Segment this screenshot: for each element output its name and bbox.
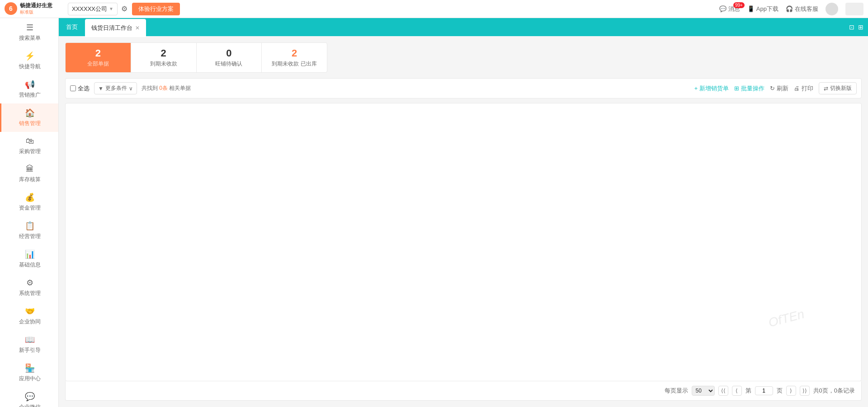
tab-workbench[interactable]: 钱货日清工作台 ✕ [85,19,146,37]
print-button[interactable]: 🖨 打印 [794,84,813,93]
operations-icon: 📋 [25,221,35,231]
stats-num-all: 2 [72,47,124,59]
service-icon: 🎧 [786,5,793,12]
sidebar-item-marketing[interactable]: 📢 营销推广 [0,75,58,103]
sidebar-label-quicknav: 快捷导航 [19,63,41,70]
sidebar-item-purchase[interactable]: 🛍 采购管理 [0,132,58,160]
stats-tab-overdue[interactable]: 2 到期未收款 [131,43,197,72]
user-name-area[interactable] [845,3,863,15]
stats-num-shipped: 2 [268,47,321,59]
tab-close-icon[interactable]: ✕ [135,25,140,31]
online-service-button[interactable]: 🎧 在线客服 [786,5,818,13]
app-download-button[interactable]: 📱 App下载 [747,5,778,13]
sales-icon: 🏠 [25,108,35,118]
main-layout: ☰ 搜索菜单 ⚡ 快捷导航 📢 营销推广 🏠 销售管理 🛍 采购管理 🏛 库存核… [0,18,868,407]
table-area [65,103,862,381]
switch-new-version-button[interactable]: ⇄ 切换新版 [819,82,857,94]
sidebar-item-search[interactable]: ☰ 搜索菜单 [0,18,58,47]
stats-tab-wangpu[interactable]: 0 旺铺待确认 [197,43,262,72]
sidebar-label-sales: 销售管理 [19,120,41,127]
wechat-icon: 💬 [25,392,35,402]
filter-label: 更多条件 [105,84,127,92]
stats-num-wangpu: 0 [203,47,255,59]
sidebar-label-basicinfo: 基础信息 [19,261,41,269]
app-download-label: App下载 [756,5,778,13]
stats-label-wangpu: 旺铺待确认 [203,60,255,68]
finance-icon: 💰 [25,192,35,202]
select-all-checkbox[interactable] [70,85,76,91]
page-number-input[interactable] [755,386,773,395]
sidebar-item-basicinfo[interactable]: 📊 基础信息 [0,245,58,273]
sidebar-label-wechat: 企业微信 [19,403,41,407]
total-records: 共0页，0条记录 [813,387,855,395]
enterprise-icon: 🤝 [25,306,35,316]
sidebar-item-guide[interactable]: 📖 新手引导 [0,330,58,359]
page-next-button[interactable]: ⟩ [786,386,796,396]
stats-tabs: 2 全部单据 2 到期未收款 0 旺铺待确认 2 到期未收款 已出库 [65,42,327,73]
sidebar-item-appcenter[interactable]: 🏪 应用中心 [0,359,58,387]
toolbar: 全选 ▼ 更多条件 ∨ 共找到 0条 相关单据 + 新增销货单 ⊞ 批量操作 [65,78,862,98]
dropdown-arrow-icon: ▼ [109,6,113,11]
refresh-icon: ↻ [770,85,775,92]
sidebar-item-wechat[interactable]: 💬 企业微信 [0,387,58,407]
tab-workbench-label: 钱货日清工作台 [91,24,132,32]
stats-tab-all[interactable]: 2 全部单据 [66,43,131,72]
page-first-button[interactable]: ⟨⟨ [718,386,728,396]
search-menu-icon: ☰ [26,23,33,33]
sidebar-item-sales[interactable]: 🏠 销售管理 [0,103,58,132]
appcenter-icon: 🏪 [25,363,35,373]
company-name: XXXXXX公司 [72,5,107,13]
avatar[interactable] [826,3,838,15]
filter-button[interactable]: ▼ 更多条件 ∨ [94,82,137,94]
logo-sub: 标准版 [20,9,52,15]
tab-home-label: 首页 [66,23,78,31]
stats-label-overdue: 到期未收款 [137,60,190,68]
company-selector[interactable]: XXXXXX公司 ▼ [68,3,118,15]
sidebar-label-finance: 资金管理 [19,204,41,212]
sidebar-label-search: 搜索菜单 [19,34,41,42]
sidebar-label-system: 系统管理 [19,290,41,297]
messages-badge: 99+ [733,2,745,8]
logo-title: 畅捷通好生意 [20,2,52,9]
tab-bar: 首页 钱货日清工作台 ✕ ⊡ ⊞ [59,18,868,36]
tab-home[interactable]: 首页 [59,18,85,36]
select-all-checkbox-area[interactable]: 全选 [70,84,90,93]
logo-icon: 6 [5,2,17,15]
per-page-select[interactable]: 50 100 200 [692,386,715,396]
sidebar-label-marketing: 营销推广 [19,91,41,99]
toolbar-right: + 新增销货单 ⊞ 批量操作 ↻ 刷新 🖨 打印 ⇄ [694,82,857,94]
sidebar-item-quicknav[interactable]: ⚡ 快捷导航 [0,47,58,75]
online-service-label: 在线客服 [795,5,818,13]
batch-operation-button[interactable]: ⊞ 批量操作 [734,84,764,93]
sidebar-label-enterprise: 企业协同 [19,318,41,326]
page-suffix: 页 [777,387,783,395]
message-icon: 💬 [719,5,726,12]
refresh-button[interactable]: ↻ 刷新 [770,84,788,93]
page-label: 第 [745,387,751,395]
guide-icon: 📖 [25,335,35,345]
sidebar-label-inventory: 库存核算 [19,176,41,183]
settings-icon[interactable]: ⚙ [121,5,127,13]
inventory-icon: 🏛 [26,164,34,174]
found-text: 共找到 0条 相关单据 [142,84,191,92]
tab-maximize-icon[interactable]: ⊞ [858,23,863,31]
batch-icon: ⊞ [734,85,739,92]
top-right-actions: 💬 消息 99+ 📱 App下载 🎧 在线客服 [719,3,863,15]
logo-area: 6 畅捷通好生意 标准版 [5,2,63,15]
basicinfo-icon: 📊 [25,249,35,259]
add-sales-order-button[interactable]: + 新增销货单 [694,84,729,93]
sidebar-item-inventory[interactable]: 🏛 库存核算 [0,160,58,188]
sidebar-item-operations[interactable]: 📋 经营管理 [0,216,58,245]
sidebar-item-system[interactable]: ⚙ 系统管理 [0,273,58,302]
tab-minimize-icon[interactable]: ⊡ [849,23,854,31]
sidebar-item-enterprise[interactable]: 🤝 企业协同 [0,302,58,330]
sidebar-item-finance[interactable]: 💰 资金管理 [0,188,58,216]
stats-tab-shipped[interactable]: 2 到期未收款 已出库 [262,43,327,72]
page-last-button[interactable]: ⟩⟩ [800,386,810,396]
content-area: 首页 钱货日清工作台 ✕ ⊡ ⊞ 2 全部单据 2 到期未收款 [59,18,868,407]
sidebar-label-purchase: 采购管理 [19,148,41,155]
trial-button[interactable]: 体验行业方案 [132,3,180,15]
page-prev-button[interactable]: ⟨ [732,386,742,396]
found-count: 0条 [159,85,168,91]
messages-button[interactable]: 💬 消息 99+ [719,5,740,13]
